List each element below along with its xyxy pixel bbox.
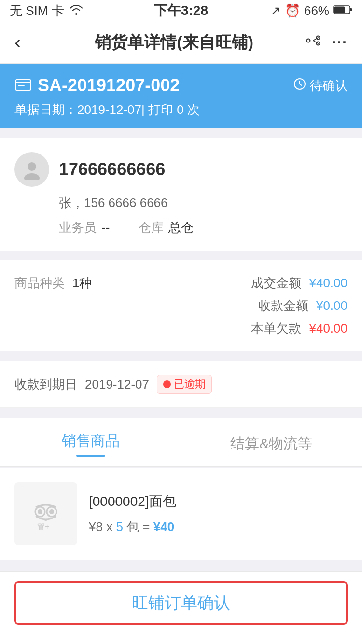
summary-row-owed: 本单欠款 ¥40.00 bbox=[251, 320, 348, 337]
table-row: 管+ [0000002]面包 ¥8 x 5 包 = ¥40 bbox=[0, 468, 362, 560]
warehouse-label: 仓库 bbox=[139, 219, 164, 236]
battery-icon bbox=[333, 3, 352, 18]
svg-text:管+: 管+ bbox=[37, 522, 49, 531]
order-id: SA-20191207-002 bbox=[14, 75, 180, 96]
products-section: 管+ [0000002]面包 ¥8 x 5 包 = ¥40 bbox=[0, 468, 362, 560]
paid-label: 收款金额 bbox=[258, 297, 308, 314]
due-label: 收款到期日 bbox=[14, 376, 77, 393]
price-unit: 包 bbox=[126, 519, 139, 534]
status-left: 无 SIM 卡 bbox=[10, 2, 84, 19]
summary-row-deal: 成交金额 ¥40.00 bbox=[251, 275, 348, 292]
tab-settlement[interactable]: 结算&物流等 bbox=[181, 420, 362, 463]
customer-phone: 17666666666 bbox=[59, 159, 165, 180]
product-type-label: 商品种类 bbox=[14, 275, 65, 292]
product-thumbnail: 管+ bbox=[14, 482, 77, 545]
svg-point-13 bbox=[49, 509, 54, 514]
summary-left: 商品种类 1种 bbox=[14, 275, 92, 292]
deal-label: 成交金额 bbox=[251, 275, 301, 292]
overdue-text: 已逾期 bbox=[174, 377, 206, 392]
overdue-dot bbox=[163, 380, 171, 388]
status-right: ↗ ⏰ 66% bbox=[270, 3, 352, 18]
confirm-button-label: 旺铺订单确认 bbox=[132, 592, 230, 614]
price-qty: 5 bbox=[116, 519, 123, 534]
product-name: [0000002]面包 bbox=[89, 492, 348, 511]
price-total: ¥40 bbox=[153, 519, 174, 534]
alarm-icon: ⏰ bbox=[285, 3, 300, 18]
tabs-row: 销售商品 结算&物流等 bbox=[0, 418, 362, 466]
staff-value: -- bbox=[101, 220, 110, 235]
due-date-section: 收款到期日 2019-12-07 已逾期 bbox=[0, 361, 362, 408]
bottom-bar: 旺铺订单确认 bbox=[0, 571, 362, 644]
more-icon[interactable]: ··· bbox=[332, 33, 348, 51]
price-multiply: x bbox=[106, 519, 116, 534]
warehouse-value: 总仓 bbox=[168, 219, 194, 236]
owed-value: ¥40.00 bbox=[309, 321, 348, 336]
nav-actions: ··· bbox=[305, 32, 348, 53]
tabs-section: 销售商品 结算&物流等 bbox=[0, 418, 362, 467]
customer-section: 17666666666 张，156 6666 6666 业务员 -- 仓库 总仓 bbox=[0, 138, 362, 251]
overdue-badge: 已逾期 bbox=[157, 375, 212, 394]
nav-bar: ‹ 销货单详情(来自旺铺) ··· bbox=[0, 21, 362, 64]
battery-text: 66% bbox=[304, 3, 329, 18]
svg-point-12 bbox=[38, 509, 42, 514]
staff-label: 业务员 bbox=[59, 219, 97, 236]
wifi-icon bbox=[69, 3, 84, 18]
clock-icon bbox=[293, 78, 306, 94]
page-title: 销货单详情(来自旺铺) bbox=[43, 31, 305, 54]
share-icon[interactable] bbox=[305, 32, 322, 53]
product-info: [0000002]面包 ¥8 x 5 包 = ¥40 bbox=[89, 492, 348, 535]
customer-name: 张，156 6666 6666 bbox=[14, 195, 348, 211]
product-price: ¥8 x 5 包 = ¥40 bbox=[89, 518, 348, 535]
product-thumb-icon: 管+ bbox=[27, 494, 65, 533]
svg-point-9 bbox=[24, 173, 40, 180]
svg-rect-1 bbox=[350, 8, 352, 11]
price-amount: ¥8 bbox=[89, 519, 103, 534]
owed-label: 本单欠款 bbox=[251, 320, 301, 337]
svg-point-8 bbox=[28, 162, 36, 171]
customer-meta: 业务员 -- 仓库 总仓 bbox=[14, 219, 348, 236]
confirm-button[interactable]: 旺铺订单确认 bbox=[14, 581, 348, 625]
deal-value: ¥40.00 bbox=[309, 276, 348, 291]
summary-section: 商品种类 1种 成交金额 ¥40.00 收款金额 ¥0.00 本单欠款 ¥40.… bbox=[0, 260, 362, 351]
status-time: 下午3:28 bbox=[154, 1, 208, 20]
product-type-value: 1种 bbox=[72, 275, 92, 292]
due-date: 2019-12-07 bbox=[85, 377, 149, 392]
order-icon bbox=[14, 75, 32, 96]
summary-row-paid: 收款金额 ¥0.00 bbox=[258, 297, 348, 314]
back-button[interactable]: ‹ bbox=[14, 31, 43, 53]
price-equals: = bbox=[142, 519, 153, 534]
tab-sales[interactable]: 销售商品 bbox=[0, 418, 181, 466]
carrier-text: 无 SIM 卡 bbox=[10, 2, 64, 19]
summary-right: 成交金额 ¥40.00 收款金额 ¥0.00 本单欠款 ¥40.00 bbox=[251, 275, 348, 337]
location-icon: ↗ bbox=[270, 3, 281, 18]
svg-rect-2 bbox=[334, 6, 345, 13]
order-status: 待确认 bbox=[293, 77, 348, 94]
paid-value: ¥0.00 bbox=[316, 298, 348, 313]
order-banner: SA-20191207-002 待确认 单据日期：2019-12-07| 打印 … bbox=[0, 64, 362, 128]
customer-avatar bbox=[14, 152, 49, 187]
order-date: 单据日期：2019-12-07| 打印 0 次 bbox=[14, 101, 348, 118]
status-bar: 无 SIM 卡 下午3:28 ↗ ⏰ 66% bbox=[0, 0, 362, 21]
